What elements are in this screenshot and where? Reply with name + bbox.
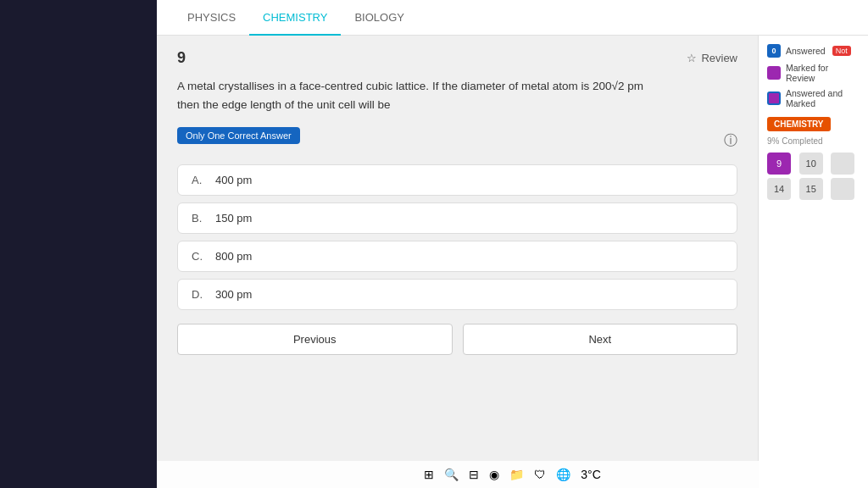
shield-icon[interactable]: 🛡 — [534, 468, 546, 481]
review-label: Review — [701, 52, 737, 64]
option-b-value: 150 pm — [215, 212, 252, 225]
marked-dot — [767, 66, 781, 80]
question-math: √2 — [611, 80, 624, 92]
option-d[interactable]: D. 300 pm — [177, 279, 737, 310]
option-c-value: 800 pm — [215, 250, 252, 263]
tab-chemistry[interactable]: CHEMISTRY — [249, 1, 341, 36]
star-icon: ☆ — [687, 52, 697, 64]
chemistry-badge: CHEMISTRY — [767, 117, 831, 131]
question-area: 9 ☆ Review A metal crystallises in a fac… — [157, 36, 758, 488]
question-num-14[interactable]: 14 — [767, 178, 791, 200]
taskbar: ⊞ 🔍 ⊟ ◉ 📁 🛡 🌐 3°C — [157, 461, 868, 488]
answered-marked-label: Answered and Marked — [786, 88, 860, 108]
chrome-icon[interactable]: 🌐 — [556, 468, 570, 481]
option-a-letter: A. — [192, 174, 205, 186]
options-list: A. 400 pm B. 150 pm C. 800 pm D. 300 pm — [177, 164, 737, 310]
info-icon[interactable]: ⓘ — [724, 132, 737, 150]
not-badge: Not — [832, 46, 851, 56]
option-c[interactable]: C. 800 pm — [177, 241, 737, 272]
question-header: 9 ☆ Review — [177, 49, 737, 67]
option-d-letter: D. — [192, 288, 205, 301]
top-navigation: PHYSICS CHEMISTRY BIOLOGY — [157, 0, 868, 36]
answered-label: Answered — [786, 46, 826, 56]
question-num-15[interactable]: 15 — [799, 178, 823, 200]
question-num-16[interactable] — [831, 178, 854, 200]
option-b[interactable]: B. 150 pm — [177, 202, 737, 234]
legend-marked: Marked for Review — [767, 63, 860, 83]
answered-dot: 0 — [767, 44, 781, 58]
review-button[interactable]: ☆ Review — [687, 52, 737, 64]
main-content: PHYSICS CHEMISTRY BIOLOGY 9 ☆ Review A m… — [157, 0, 868, 488]
option-b-letter: B. — [192, 212, 205, 225]
edge-icon[interactable]: ◉ — [489, 468, 499, 481]
next-button[interactable]: Next — [463, 324, 738, 355]
search-icon[interactable]: 🔍 — [444, 468, 459, 481]
question-number: 9 — [177, 49, 186, 67]
widgets-icon[interactable]: ⊟ — [469, 468, 479, 481]
chemistry-section: CHEMISTRY — [767, 117, 860, 133]
marked-label: Marked for Review — [786, 63, 860, 83]
question-text: A metal crystallises in a face-centred c… — [177, 77, 737, 114]
right-sidebar: 0 Answered Not Marked for Review Answere… — [758, 36, 868, 488]
windows-icon[interactable]: ⊞ — [424, 468, 434, 481]
question-grid: 9 10 14 15 — [767, 152, 860, 200]
question-num-11[interactable] — [831, 152, 854, 175]
question-text-part2: pm — [624, 80, 643, 92]
question-text-line2: then the edge length of the unit cell wi… — [177, 98, 390, 111]
legend-answered-marked: Answered and Marked — [767, 88, 860, 108]
left-panel — [0, 0, 157, 488]
option-c-letter: C. — [192, 250, 205, 263]
option-d-value: 300 pm — [215, 288, 252, 301]
question-text-part1: A metal crystallises in a face-centred c… — [177, 80, 611, 92]
option-a-value: 400 pm — [215, 174, 252, 186]
question-num-9[interactable]: 9 — [767, 152, 791, 175]
answer-type-badge: Only One Correct Answer — [177, 127, 300, 144]
previous-button[interactable]: Previous — [177, 324, 453, 355]
tab-physics[interactable]: PHYSICS — [174, 1, 249, 36]
option-a[interactable]: A. 400 pm — [177, 164, 737, 196]
answered-marked-dot — [767, 92, 781, 105]
content-wrapper: 9 ☆ Review A metal crystallises in a fac… — [157, 36, 868, 488]
legend-answered: 0 Answered Not — [767, 44, 860, 58]
files-icon[interactable]: 📁 — [509, 468, 524, 481]
navigation-buttons: Previous Next — [177, 324, 737, 355]
tab-biology[interactable]: BIOLOGY — [341, 1, 418, 36]
question-num-10[interactable]: 10 — [799, 152, 823, 175]
temp-display: 3°C — [581, 468, 601, 481]
completed-text: 9% Completed — [767, 136, 860, 146]
